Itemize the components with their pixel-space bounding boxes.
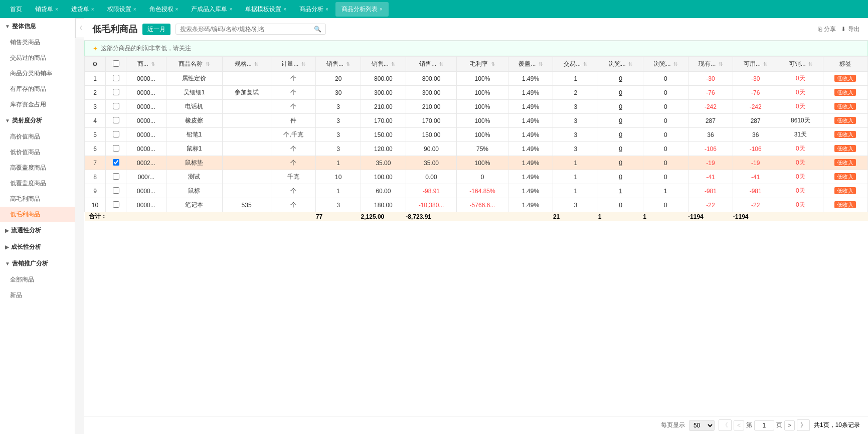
row-views1[interactable]: 0 [598,156,643,170]
sidebar-item-in-stock[interactable]: 有库存的商品 [0,81,75,97]
close-icon[interactable]: × [325,7,328,12]
row-checkbox[interactable] [105,142,126,156]
row-views1[interactable]: 0 [598,100,643,114]
col-unit[interactable]: 计量... ⇅ [271,57,316,72]
row-views1[interactable]: 1 [598,184,643,198]
content-header: 低毛利商品 近一月 🔍 ⎗ 分享 ⬇ 导出 [84,18,868,41]
close-icon[interactable]: × [380,7,383,12]
col-available[interactable]: 可用... ⇅ [733,57,778,72]
col-checkbox[interactable] [105,57,126,72]
close-icon[interactable]: × [283,7,286,12]
row-checkbox[interactable] [105,114,126,128]
search-icon[interactable]: 🔍 [314,26,321,33]
row-unit: 个 [271,142,316,156]
col-sales-price[interactable]: 销售... ⇅ [361,57,406,72]
first-page-btn[interactable]: < [734,420,744,430]
last-page-btn[interactable]: 》 [797,419,810,431]
row-checkbox[interactable] [105,184,126,198]
row-views1[interactable]: 0 [598,142,643,156]
sidebar-item-capital[interactable]: 库存资金占用 [0,97,75,112]
nav-analysis[interactable]: 商品分析 × [293,2,334,17]
col-spec[interactable]: 规格... ⇅ [222,57,271,72]
row-views1[interactable]: 0 [598,198,643,212]
row-checkbox[interactable] [105,128,126,142]
nav-purchase[interactable]: 进货单 × [65,2,100,17]
col-gross-margin[interactable]: 毛利率 ⇅ [457,57,508,72]
col-saleable-days[interactable]: 可销... ⇅ [778,57,823,72]
sidebar-group-analysis[interactable]: ▼ 类射度分析 [0,112,75,129]
sidebar-item-low-margin[interactable]: 低毛利商品 [0,207,75,222]
filter-recent-month-btn[interactable]: 近一月 [142,24,170,35]
row-no: 6 [85,142,106,156]
sidebar-group-general[interactable]: ▼ 整体信息 [0,18,75,35]
col-settings[interactable]: ⚙ [85,57,106,72]
pagination-bar: 每页显示 50 20 100 《 < 第 页 > 》 共1页，10条记录 [84,416,868,434]
row-sales-profit: 300.00 [406,86,456,100]
sidebar-item-high-margin[interactable]: 高毛利商品 [0,191,75,207]
close-icon[interactable]: × [133,7,136,12]
row-checkbox[interactable] [105,170,126,184]
row-current-stock: -30 [688,72,733,86]
nav-template[interactable]: 单据模板设置 × [239,2,292,17]
col-coverage[interactable]: 覆盖... ⇅ [508,57,553,72]
sidebar-item-low-value[interactable]: 低价值商品 [0,144,75,160]
sidebar-group-growth[interactable]: ▶ 成长性分析 [0,239,75,255]
share-btn[interactable]: ⎗ 分享 [818,25,836,34]
sidebar-item-category-rate[interactable]: 商品分类助销率 [0,66,75,81]
nav-home[interactable]: 首页 [4,2,28,17]
prev-page-btn[interactable]: 《 [719,419,732,431]
row-views1[interactable]: 0 [598,72,643,86]
row-checkbox[interactable] [105,156,126,170]
row-saleable-days: 0天 [778,184,823,198]
row-transactions: 3 [553,114,598,128]
col-sales-profit[interactable]: 销售... ⇅ [406,57,456,72]
row-checkbox[interactable] [105,198,126,212]
sidebar-item-sales-goods[interactable]: 销售类商品 [0,35,75,50]
col-views1[interactable]: 浏览... ⇅ [598,57,643,72]
row-checkbox[interactable] [105,86,126,100]
close-icon[interactable]: × [176,7,179,12]
row-gross-margin: 100% [457,86,508,100]
col-current-stock[interactable]: 现有... ⇅ [688,57,733,72]
row-checkbox[interactable] [105,72,126,86]
close-icon[interactable]: × [55,7,58,12]
export-btn[interactable]: ⬇ 导出 [841,25,860,34]
next-page-btn[interactable]: > [784,420,795,430]
page-input[interactable] [754,420,774,430]
sidebar-group-liquidity[interactable]: ▶ 流通性分析 [0,222,75,239]
sidebar-item-high-value[interactable]: 高价值商品 [0,129,75,144]
sidebar-item-low-coverage[interactable]: 低覆盖度商品 [0,176,75,191]
row-views1[interactable]: 0 [598,86,643,100]
sidebar-item-new-goods[interactable]: 新品 [0,287,75,303]
nav-permission[interactable]: 权限设置 × [101,2,142,17]
row-code: 0000... [126,198,166,212]
row-views1[interactable]: 0 [598,114,643,128]
row-views1[interactable]: 0 [598,170,643,184]
col-transactions[interactable]: 交易... ⇅ [553,57,598,72]
search-input[interactable] [180,26,312,33]
sidebar-group-marketing[interactable]: ▼ 营销推广分析 [0,255,75,272]
nav-analysis-list[interactable]: 商品分析列表 × [335,2,389,17]
row-available: 36 [733,128,778,142]
close-icon[interactable]: × [91,7,94,12]
star-icon: ✦ [93,45,98,52]
nav-sales[interactable]: 销货单 × [29,2,64,17]
per-page-select[interactable]: 50 20 100 [689,420,715,431]
row-checkbox[interactable] [105,100,126,114]
row-views1[interactable]: 0 [598,128,643,142]
row-gross-margin: 100% [457,100,508,114]
col-views2[interactable]: 浏览... ⇅ [643,57,688,72]
col-name[interactable]: 商品名称 ⇅ [166,57,222,72]
chevron-down-icon: ▼ [5,118,10,123]
col-sales-qty[interactable]: 销售... ⇅ [316,57,361,72]
row-sales-profit: 35.00 [406,156,456,170]
close-icon[interactable]: × [229,7,232,12]
sidebar-item-high-coverage[interactable]: 高覆盖度商品 [0,160,75,176]
col-code[interactable]: 商... ⇅ [126,57,166,72]
nav-product-entry[interactable]: 产成品入库单 × [185,2,238,17]
nav-role[interactable]: 角色授权 × [143,2,185,17]
sidebar-item-all-goods[interactable]: 全部商品 [0,272,75,287]
sidebar-item-traded[interactable]: 交易过的商品 [0,50,75,66]
select-all-checkbox[interactable] [113,60,119,67]
sidebar-collapse-btn[interactable]: 《 [75,18,84,38]
